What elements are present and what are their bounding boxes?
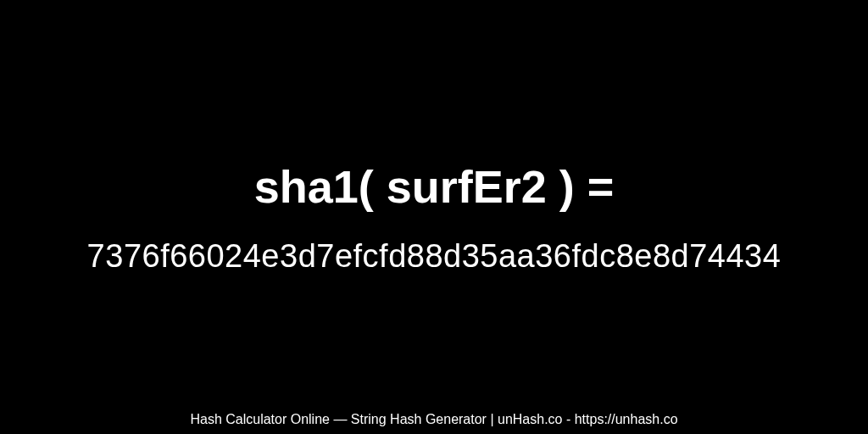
hash-expression: sha1( surfEr2 ) = [254, 160, 615, 213]
footer-text: Hash Calculator Online — String Hash Gen… [0, 412, 868, 427]
hash-result: 7376f66024e3d7efcfd88d35aa36fdc8e8d74434 [87, 238, 782, 275]
main-content: sha1( surfEr2 ) = 7376f66024e3d7efcfd88d… [0, 0, 868, 434]
